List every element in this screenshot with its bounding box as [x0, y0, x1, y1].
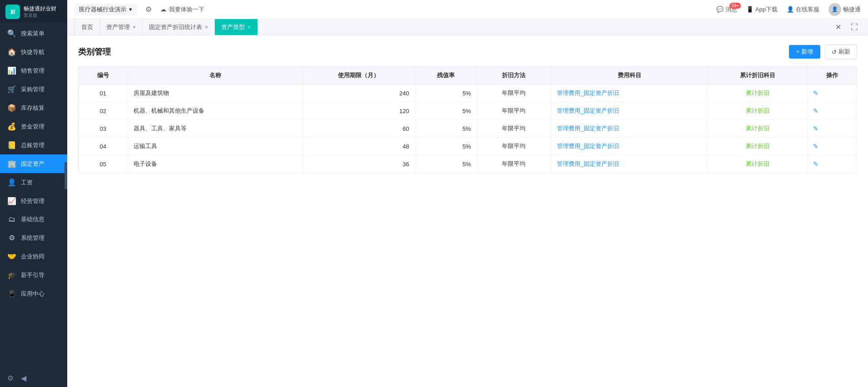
- sidebar-item-fixedasset[interactable]: 🏢固定资产: [0, 154, 67, 173]
- mobile-icon: 📱: [746, 6, 754, 13]
- col-header-ops: 操作: [808, 67, 857, 84]
- ledger-icon: 📒: [7, 141, 16, 149]
- page-content: 类别管理 + 新增 ↺ 刷新 编号名称使用期限（月）残值率折旧方法费用科目累计折…: [67, 35, 868, 387]
- sidebar-item-label: 搜索菜单: [21, 30, 45, 38]
- industry-label: 医疗器械行业演示: [79, 5, 126, 14]
- cell-5-4: 管理费用_固定资产折旧: [551, 155, 708, 173]
- tab-assetmgmt[interactable]: 资产管理×: [100, 19, 143, 35]
- table-header: 编号名称使用期限（月）残值率折旧方法费用科目累计折旧科目操作: [79, 67, 857, 84]
- industry-selector[interactable]: 医疗器械行业演示 ▾: [74, 4, 137, 15]
- sidebar-item-purchase[interactable]: 🛒采购管理: [0, 80, 67, 99]
- fixedasset-icon: 🏢: [7, 159, 16, 168]
- sidebar-item-capital[interactable]: 💰资金管理: [0, 117, 67, 136]
- col-header-name: 名称: [128, 67, 303, 84]
- sidebar-item-search[interactable]: 🔍搜索菜单: [0, 24, 67, 43]
- logo-text: 畅捷通好业财: [24, 5, 56, 13]
- page-actions: + 新增 ↺ 刷新: [789, 45, 857, 59]
- sidebar-item-label: 应用中心: [21, 290, 45, 298]
- edit-btn-3[interactable]: ✎: [808, 138, 857, 155]
- edit-btn-1[interactable]: ✎: [808, 102, 857, 120]
- sidebar: 财 畅捷通好业财 普及版 🔍搜索菜单🏠快捷导航📊销售管理🛒采购管理📦库存核算💰资…: [0, 0, 67, 387]
- sidebar-item-label: 企业协同: [21, 253, 45, 261]
- maximize-btn[interactable]: ⛶: [848, 21, 861, 34]
- sidebar-item-sales[interactable]: 📊销售管理: [0, 61, 67, 80]
- edit-icon-3[interactable]: ✎: [813, 143, 818, 150]
- table-row: 04运输工具485%年限平均管理费用_固定资产折旧累计折旧✎: [79, 138, 857, 155]
- sidebar-item-sysadmin[interactable]: ⚙系统管理: [0, 228, 67, 247]
- col-header-residual: 残值率: [415, 67, 476, 84]
- app-download-label: App下载: [755, 5, 778, 14]
- table-body: 01房屋及建筑物2405%年限平均管理费用_固定资产折旧累计折旧✎02机器、机械…: [79, 84, 857, 173]
- cell-3-0: 5%: [415, 84, 476, 102]
- edit-icon-2[interactable]: ✎: [813, 125, 818, 132]
- tab-assettype[interactable]: 资产类型×: [215, 19, 258, 35]
- quicknav-icon: 🏠: [7, 48, 16, 56]
- topbar-right: 💬 消息 99+ 📱 App下载 👤 在线客服 👤 畅捷通: [716, 3, 861, 16]
- edit-btn-0[interactable]: ✎: [808, 84, 857, 102]
- cell-0-4: 05: [79, 155, 128, 173]
- col-header-accum: 累计折旧科目: [708, 67, 808, 84]
- topbar-settings-btn[interactable]: ⚙: [142, 3, 155, 16]
- cell-2-0: 240: [303, 84, 415, 102]
- sales-icon: 📊: [7, 66, 16, 75]
- cell-0-2: 03: [79, 120, 128, 138]
- sidebar-logo: 财 畅捷通好业财 普及版: [0, 0, 67, 24]
- edit-icon-1[interactable]: ✎: [813, 107, 818, 114]
- edit-btn-2[interactable]: ✎: [808, 120, 857, 138]
- guide-icon: 🎓: [7, 271, 16, 279]
- collapse-icon[interactable]: ◀: [21, 374, 26, 382]
- cell-1-0: 房屋及建筑物: [128, 84, 303, 102]
- table-row: 02机器、机械和其他生产设备1205%年限平均管理费用_固定资产折旧累计折旧✎: [79, 102, 857, 120]
- baseinfo-icon: 🗂: [7, 215, 16, 223]
- col-header-method: 折旧方法: [476, 67, 551, 84]
- cell-4-2: 年限平均: [476, 120, 551, 138]
- tab-close-assettype[interactable]: ×: [248, 24, 251, 30]
- cell-4-3: 年限平均: [476, 138, 551, 155]
- edit-icon-4[interactable]: ✎: [813, 160, 818, 168]
- col-header-expense: 费用科目: [551, 67, 708, 84]
- sidebar-item-label: 销售管理: [21, 67, 45, 75]
- user-btn[interactable]: 👤 畅捷通: [828, 3, 861, 16]
- tabbar: 首页资产管理×固定资产折旧统计表×资产类型× ✕ ⛶: [67, 19, 868, 35]
- sidebar-item-payroll[interactable]: 👤工资: [0, 173, 67, 192]
- notifications-btn[interactable]: 💬 消息 99+: [716, 5, 737, 14]
- sidebar-item-label: 新手引导: [21, 271, 45, 279]
- tab-label: 固定资产折旧统计表: [149, 23, 202, 31]
- sidebar-item-label: 经营管理: [21, 197, 45, 205]
- sidebar-item-label: 库存核算: [21, 104, 45, 112]
- sysadmin-icon: ⚙: [7, 233, 16, 242]
- tab-depreciationstat[interactable]: 固定资产折旧统计表×: [143, 19, 215, 35]
- sidebar-item-baseinfo[interactable]: 🗂基础信息: [0, 210, 67, 228]
- asset-type-table: 编号名称使用期限（月）残值率折旧方法费用科目累计折旧科目操作 01房屋及建筑物2…: [78, 66, 857, 173]
- edit-icon-0[interactable]: ✎: [813, 89, 818, 97]
- sidebar-item-label: 固定资产: [21, 160, 45, 168]
- cell-0-1: 02: [79, 102, 128, 120]
- tab-close-assetmgmt[interactable]: ×: [133, 24, 136, 30]
- close-tab-btn[interactable]: ✕: [832, 21, 844, 34]
- sidebar-item-label: 快捷导航: [21, 48, 45, 56]
- sidebar-item-guide[interactable]: 🎓新手引导: [0, 266, 67, 284]
- sidebar-item-quicknav[interactable]: 🏠快捷导航: [0, 43, 67, 61]
- tabbar-actions: ✕ ⛶: [832, 21, 861, 34]
- tab-close-depreciationstat[interactable]: ×: [205, 24, 208, 30]
- avatar-icon: 👤: [832, 6, 838, 12]
- sidebar-item-appcenter[interactable]: 📱应用中心: [0, 284, 67, 303]
- trial-label: 我要体验一下: [169, 5, 204, 14]
- edit-btn-4[interactable]: ✎: [808, 155, 857, 173]
- settings-footer-icon[interactable]: ⚙: [7, 374, 14, 382]
- sidebar-item-inventory[interactable]: 📦库存核算: [0, 99, 67, 117]
- sidebar-scrollbar[interactable]: [64, 162, 67, 189]
- app-download-btn[interactable]: 📱 App下载: [746, 5, 778, 14]
- sidebar-item-operations[interactable]: 📈经营管理: [0, 192, 67, 210]
- customer-service-btn[interactable]: 👤 在线客服: [787, 5, 819, 14]
- refresh-button[interactable]: ↺ 刷新: [825, 45, 857, 59]
- page-header: 类别管理 + 新增 ↺ 刷新: [78, 45, 857, 59]
- trial-button[interactable]: ☁ 我要体验一下: [160, 5, 204, 14]
- sidebar-item-cooperation[interactable]: 🤝企业协同: [0, 247, 67, 266]
- sidebar-item-ledger[interactable]: 📒总账管理: [0, 136, 67, 154]
- search-icon: 🔍: [7, 29, 16, 38]
- cell-4-1: 年限平均: [476, 102, 551, 120]
- add-button[interactable]: + 新增: [789, 45, 820, 59]
- notification-badge: 99+: [729, 3, 741, 9]
- tab-home[interactable]: 首页: [74, 19, 100, 35]
